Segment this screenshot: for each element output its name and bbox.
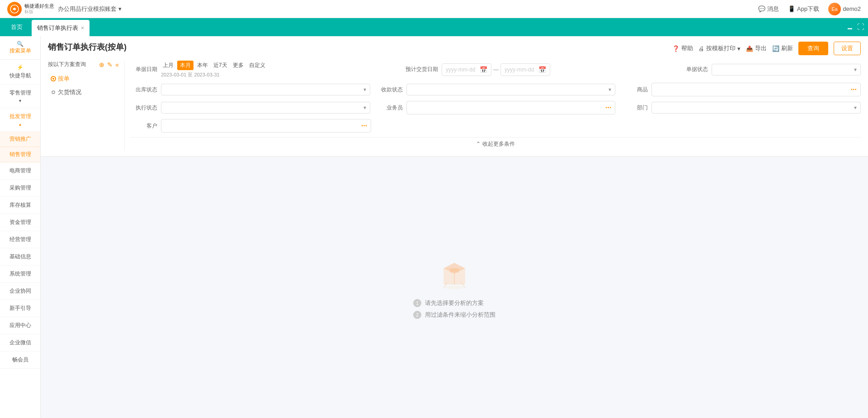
logo-text: 畅捷通好生意 标版: [24, 3, 54, 14]
filter-group-doc-status: 单据状态: [681, 64, 861, 76]
sidebar-item-member[interactable]: 畅会员: [0, 352, 40, 369]
filter-group-expected-date: 预计交货日期 yyyy-mm-dd 📅 — yyyy-mm-dd 📅: [406, 63, 675, 76]
svg-rect-4: [450, 268, 458, 273]
exec-status-select[interactable]: [161, 102, 370, 114]
solution-item-按单[interactable]: 按单: [48, 72, 119, 86]
query-button[interactable]: 查询: [798, 42, 828, 55]
exec-status-label: 执行状态: [130, 104, 157, 112]
sidebar-item-finance[interactable]: 资金管理: [0, 214, 40, 231]
page-actions: ❓ 帮助 🖨 按模板打印 ▾ 📤 导出 🔄 刷新: [672, 42, 861, 55]
header-left: 畅捷通好生意 标版 办公用品行业模拟账套 ▾: [7, 2, 122, 16]
expected-date-end[interactable]: yyyy-mm-dd 📅: [500, 63, 550, 76]
expected-date-label: 预计交货日期: [406, 66, 438, 73]
filter-group-dept: 部门: [621, 102, 861, 114]
sidebar-item-enterprise[interactable]: 企业协同: [0, 283, 40, 300]
empty-tip-1: 1 请先选择要分析的方案: [413, 299, 495, 307]
wholesale-submenu: 营销推广 销售管理: [0, 132, 40, 162]
add-solution-icon[interactable]: ⊕: [99, 61, 104, 68]
solution-item-欠货[interactable]: 欠货情况: [48, 86, 119, 99]
sidebar-search[interactable]: 🔍 搜索菜单: [0, 36, 40, 60]
shipping-select[interactable]: [161, 84, 370, 95]
sidebar-item-sales[interactable]: 销售管理: [0, 147, 40, 162]
minimize-icon[interactable]: 🗕: [846, 23, 854, 31]
empty-state-area: 1 请先选择要分析的方案 2 用过滤条件来缩小分析范围: [41, 157, 868, 418]
filter-panel-header: 销售订单执行表(按单) ❓ 帮助 🖨 按模板打印 ▾ 📤 导出: [48, 42, 861, 55]
date-tabs: 上月 本月 本年 近7天 更多 自定义: [161, 61, 400, 70]
sidebar-item-inventory[interactable]: 库存核算: [0, 197, 40, 214]
sidebar-item-app-center[interactable]: 应用中心: [0, 317, 40, 334]
doc-status-label: 单据状态: [681, 66, 708, 73]
filter-row-1: 单据日期 上月 本月 本年 近7天 更多 自定义 20: [130, 61, 861, 78]
user-menu[interactable]: Ea demo2: [828, 3, 861, 15]
sidebar-item-system[interactable]: 系统管理: [0, 266, 40, 283]
date-tab-this-month[interactable]: 本月: [177, 61, 193, 70]
goods-select[interactable]: ···: [651, 83, 861, 96]
solution-dot-outline: [52, 90, 55, 94]
sidebar-item-ecommerce[interactable]: 电商管理: [0, 162, 40, 180]
message-button[interactable]: 💬 消息: [758, 5, 779, 13]
empty-illustration: [436, 256, 472, 292]
content-area: 销售订单执行表(按单) ❓ 帮助 🖨 按模板打印 ▾ 📤 导出: [41, 36, 868, 418]
sidebar-item-shortcut[interactable]: ⚡ 快捷导航: [0, 60, 40, 85]
customer-more-icon[interactable]: ···: [361, 122, 367, 130]
export-button[interactable]: 📤 导出: [746, 44, 767, 52]
filters-container: 单据日期 上月 本月 本年 近7天 更多 自定义 20: [130, 61, 861, 151]
filter-row-3: 执行状态 业务员 ···: [130, 101, 861, 114]
tab-bar-actions: 🗕 ⛶: [846, 23, 864, 31]
customer-select[interactable]: ···: [161, 119, 371, 133]
solution-actions: ⊕ ✎ «: [99, 61, 119, 68]
main-layout: 🔍 搜索菜单 ⚡ 快捷导航 零售管理 ▾ 批发管理 ▴ 营销推广 销售管理 电商…: [0, 36, 868, 418]
help-button[interactable]: ❓ 帮助: [672, 44, 693, 52]
dept-select[interactable]: [651, 102, 861, 114]
tab-bar: 首页 销售订单执行表 × 🗕 ⛶: [0, 18, 868, 36]
tab-sales-order[interactable]: 销售订单执行表 ×: [32, 20, 90, 36]
maximize-icon[interactable]: ⛶: [857, 23, 864, 31]
solution-dot-active: [52, 77, 55, 81]
collapse-solution-icon[interactable]: «: [115, 61, 119, 68]
date-tab-custom[interactable]: 自定义: [247, 61, 267, 70]
tab-close-icon[interactable]: ×: [81, 25, 84, 31]
sidebar-item-retail[interactable]: 零售管理 ▾: [0, 85, 40, 108]
page-title: 销售订单执行表(按单): [48, 42, 672, 52]
filter-group-payment: 收款状态: [376, 84, 616, 95]
date-tab-last-month[interactable]: 上月: [161, 61, 175, 70]
edit-solution-icon[interactable]: ✎: [107, 61, 113, 68]
logo-area: 畅捷通好生意 标版: [7, 2, 54, 16]
date-tab-more[interactable]: 更多: [231, 61, 245, 70]
date-range-picker: yyyy-mm-dd 📅 — yyyy-mm-dd 📅: [442, 63, 550, 76]
sidebar-item-operations[interactable]: 经营管理: [0, 231, 40, 248]
payment-select[interactable]: [406, 84, 616, 95]
payment-label: 收款状态: [376, 86, 403, 94]
sidebar-item-purchase[interactable]: 采购管理: [0, 180, 40, 197]
refresh-button[interactable]: 🔄 刷新: [772, 44, 793, 52]
app-download-button[interactable]: 📱 App下载: [788, 5, 819, 13]
solution-panel: 按以下方案查询 ⊕ ✎ « 按单 欠货情况: [48, 61, 125, 151]
filter-row-4: 客户 ···: [130, 119, 861, 133]
sidebar-item-newbie[interactable]: 新手引导: [0, 300, 40, 317]
shipping-label: 出库状态: [130, 86, 157, 94]
svg-point-5: [445, 285, 463, 289]
salesman-select[interactable]: ···: [406, 101, 616, 114]
doc-status-select[interactable]: [712, 64, 861, 76]
settings-button[interactable]: 设置: [834, 42, 861, 55]
sidebar-item-basic[interactable]: 基础信息: [0, 248, 40, 266]
filter-group-customer: 客户 ···: [130, 119, 371, 133]
avatar: Ea: [828, 3, 841, 15]
header-right: 💬 消息 📱 App下载 Ea demo2: [758, 3, 861, 15]
date-tab-this-year[interactable]: 本年: [195, 61, 210, 70]
print-button[interactable]: 🖨 按模板打印 ▾: [698, 44, 741, 52]
sidebar-item-wholesale[interactable]: 批发管理 ▴: [0, 108, 40, 132]
tip-number-2: 2: [413, 311, 421, 319]
sidebar-item-marketing[interactable]: 营销推广: [0, 132, 40, 147]
collapse-button[interactable]: ⌃ 收起更多条件: [130, 137, 861, 151]
company-dropdown[interactable]: 办公用品行业模拟账套 ▾: [58, 5, 122, 13]
tab-home[interactable]: 首页: [4, 18, 30, 36]
sidebar-item-wechat[interactable]: 企业微信: [0, 334, 40, 352]
goods-more-icon[interactable]: ···: [851, 86, 857, 94]
expected-date-start[interactable]: yyyy-mm-dd 📅: [442, 63, 491, 76]
filter-group-exec-status: 执行状态: [130, 102, 370, 114]
salesman-more-icon[interactable]: ···: [605, 104, 611, 112]
sidebar: 🔍 搜索菜单 ⚡ 快捷导航 零售管理 ▾ 批发管理 ▴ 营销推广 销售管理 电商…: [0, 36, 41, 418]
filter-group-shipping: 出库状态: [130, 84, 370, 95]
date-tab-7days[interactable]: 近7天: [212, 61, 229, 70]
